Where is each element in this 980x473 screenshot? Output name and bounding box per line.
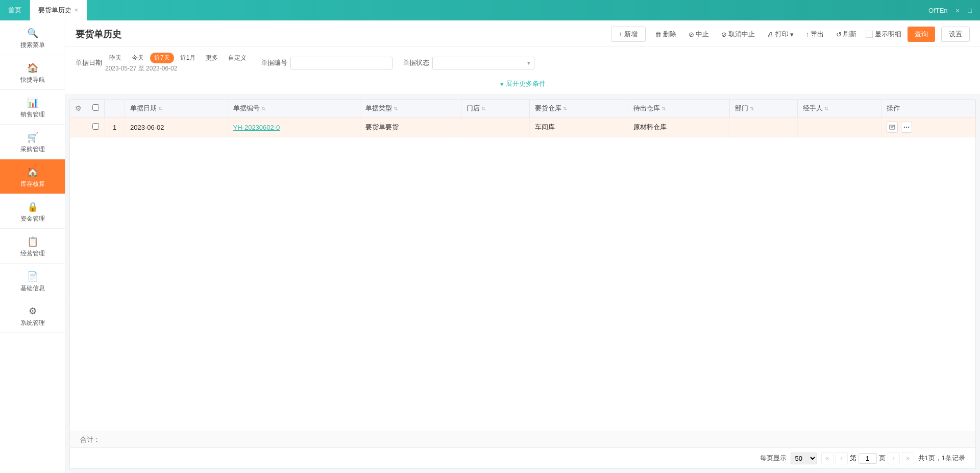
sort-doc-date-icon[interactable]: ⇅: [158, 106, 162, 111]
td-doc-type: 要货单要货: [360, 117, 461, 137]
expand-more-icon: ▾: [500, 80, 504, 88]
tab-requisition-history-label: 要货单历史: [38, 6, 71, 15]
stop-button[interactable]: ⊘ 中止: [685, 28, 712, 41]
row-checkbox[interactable]: [92, 123, 99, 130]
sidebar-item-inventory-label: 库存核算: [20, 180, 45, 188]
refresh-button[interactable]: ↺ 刷新: [833, 28, 860, 41]
date-range-buttons: 昨天 今天 近7天 近1月 更多 自定义: [105, 53, 251, 63]
first-page-button[interactable]: «: [821, 452, 834, 464]
top-bar-right: OfTEn × □: [928, 7, 980, 14]
td-settings: [70, 117, 87, 137]
td-req-warehouse: 车间库: [530, 117, 628, 137]
td-pending-warehouse: 原材料仓库: [628, 117, 729, 137]
svg-point-5: [908, 127, 909, 128]
page-suffix: 页: [879, 454, 886, 463]
query-button[interactable]: 查询: [908, 27, 935, 42]
doc-no-link[interactable]: YH-20230602-0: [233, 124, 280, 131]
page-title: 要货单历史: [76, 28, 611, 40]
sort-handler-icon[interactable]: ⇅: [824, 106, 828, 111]
select-all-checkbox[interactable]: [92, 104, 99, 111]
doc-no-input[interactable]: [290, 57, 393, 69]
sidebar-item-fund-mgmt[interactable]: 🔒 资金管理: [0, 194, 65, 229]
td-doc-no: YH-20230602-0: [228, 117, 360, 137]
sort-store-icon[interactable]: ⇅: [481, 106, 485, 111]
cancel-stop-button[interactable]: ⊘ 取消中止: [718, 28, 758, 41]
sidebar-item-sys-mgmt-label: 系统管理: [20, 319, 45, 327]
main-layout: 🔍 搜索菜单 🏠 快捷导航 📊 销售管理 🛒 采购管理 🏠 库存核算 🔒 资金管…: [0, 20, 980, 473]
date-btn-more[interactable]: 更多: [202, 53, 222, 63]
sort-req-warehouse-icon[interactable]: ⇅: [563, 106, 567, 111]
tab-home[interactable]: 首页: [0, 0, 30, 20]
sort-doc-no-icon[interactable]: ⇅: [261, 106, 265, 111]
tab-close-icon[interactable]: ×: [75, 7, 78, 14]
sidebar-item-purchase-mgmt[interactable]: 🛒 采购管理: [0, 125, 65, 159]
show-detail-toggle[interactable]: 显示明细: [866, 30, 901, 39]
row-view-icon[interactable]: [887, 122, 898, 133]
date-btn-custom[interactable]: 自定义: [224, 53, 251, 63]
sidebar-item-ops-mgmt[interactable]: 📋 经营管理: [0, 229, 65, 264]
svg-point-4: [905, 127, 906, 128]
print-button[interactable]: 🖨 打印 ▾: [764, 28, 797, 41]
show-detail-checkbox[interactable]: [866, 31, 873, 38]
sort-pending-warehouse-icon[interactable]: ⇅: [662, 106, 666, 111]
settings-button[interactable]: 设置: [941, 27, 970, 42]
window-maximize-icon[interactable]: □: [968, 7, 972, 14]
filter-area: 单据日期 昨天 今天 近7天 近1月 更多 自定义 2023-05-27 至 2…: [65, 46, 980, 95]
next-page-button[interactable]: ›: [888, 452, 900, 464]
new-button[interactable]: + 新增: [611, 27, 645, 42]
settings-label: 设置: [949, 30, 962, 38]
sidebar-item-sales-mgmt-label: 销售管理: [20, 110, 45, 119]
sort-doc-type-icon[interactable]: ⇅: [394, 106, 398, 111]
sidebar-item-sys-mgmt[interactable]: ⚙ 系统管理: [0, 298, 65, 333]
page-size-select[interactable]: 20 50 100: [791, 453, 817, 464]
action-icons: [887, 122, 970, 133]
toolbar: + 新增 🗑 删除 ⊘ 中止 ⊘ 取消中止 🖨 打印 ▾: [611, 27, 970, 42]
date-filter-label: 单据日期: [76, 58, 102, 67]
date-btn-today[interactable]: 今天: [128, 53, 148, 63]
sidebar-item-search-menu[interactable]: 🔍 搜索菜单: [0, 20, 65, 55]
date-btn-1month[interactable]: 近1月: [176, 53, 200, 63]
table-settings-icon[interactable]: ⚙: [75, 104, 82, 112]
th-settings: ⚙: [70, 100, 87, 117]
row-more-icon[interactable]: [901, 122, 912, 133]
table-area: ⚙ 单据日期 ⇅: [69, 99, 976, 432]
delete-label: 删除: [663, 30, 676, 39]
sidebar-item-fund-mgmt-label: 资金管理: [20, 215, 45, 223]
tab-requisition-history[interactable]: 要货单历史 ×: [30, 0, 87, 20]
sidebar-item-search-menu-label: 搜索菜单: [20, 41, 45, 50]
sidebar-item-quick-nav-label: 快捷导航: [20, 76, 45, 84]
export-button[interactable]: ↑ 导出: [803, 28, 827, 41]
th-pending-warehouse: 待出仓库 ⇅: [628, 100, 729, 117]
td-doc-date: 2023-06-02: [125, 117, 228, 137]
fund-mgmt-icon: 🔒: [27, 201, 38, 212]
sidebar-item-inventory[interactable]: 🏠 库存核算: [0, 159, 65, 194]
sidebar: 🔍 搜索菜单 🏠 快捷导航 📊 销售管理 🛒 采购管理 🏠 库存核算 🔒 资金管…: [0, 20, 65, 473]
date-btn-yesterday[interactable]: 昨天: [105, 53, 126, 63]
sort-department-icon[interactable]: ⇅: [750, 106, 754, 111]
sidebar-item-basic-info[interactable]: 📄 基础信息: [0, 264, 65, 298]
page-input[interactable]: [859, 453, 877, 464]
doc-status-select[interactable]: [432, 57, 534, 69]
ops-mgmt-icon: 📋: [27, 236, 38, 247]
refresh-label: 刷新: [843, 30, 856, 39]
expand-more-btn[interactable]: ▾ 展开更多条件: [500, 79, 546, 88]
tab-home-label: 首页: [8, 6, 21, 15]
refresh-icon: ↺: [836, 31, 842, 38]
date-btn-7days[interactable]: 近7天: [150, 53, 174, 63]
footer-total: 合计：: [80, 435, 100, 444]
delete-icon: 🗑: [655, 31, 662, 38]
stop-icon: ⊘: [689, 31, 694, 38]
filter-row: 单据日期 昨天 今天 近7天 近1月 更多 自定义 2023-05-27 至 2…: [76, 53, 970, 73]
sidebar-item-purchase-mgmt-label: 采购管理: [20, 145, 45, 154]
last-page-button[interactable]: »: [902, 452, 914, 464]
prev-page-button[interactable]: ‹: [836, 452, 848, 464]
print-icon: 🖨: [767, 31, 774, 38]
doc-status-select-wrapper: [432, 57, 534, 69]
delete-button[interactable]: 🗑 删除: [652, 28, 679, 41]
window-close-icon[interactable]: ×: [956, 7, 960, 14]
doc-no-label: 单据编号: [261, 58, 287, 67]
th-doc-no: 单据编号 ⇅: [228, 100, 360, 117]
sidebar-item-sales-mgmt[interactable]: 📊 销售管理: [0, 90, 65, 125]
sidebar-item-quick-nav[interactable]: 🏠 快捷导航: [0, 55, 65, 90]
th-handler: 经手人 ⇅: [798, 100, 881, 117]
